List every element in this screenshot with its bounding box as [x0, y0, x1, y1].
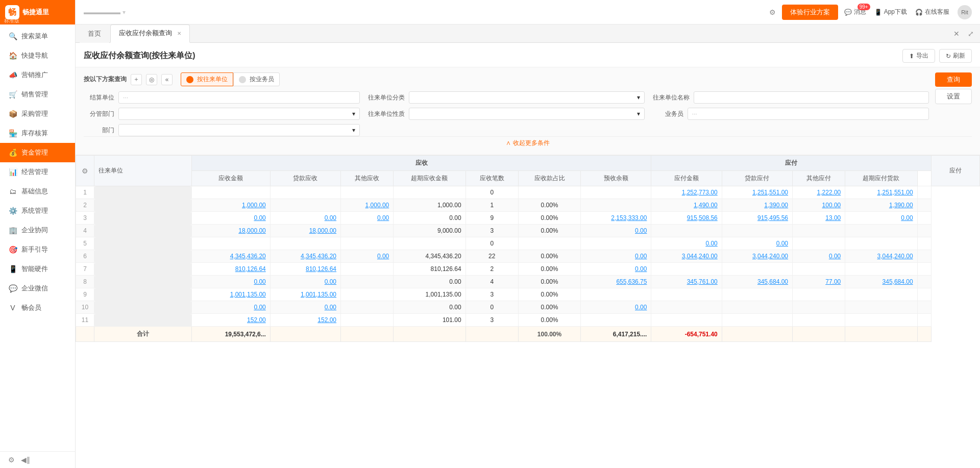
- cell-link[interactable]: 1,251,551.00: [722, 186, 792, 199]
- cell-link[interactable]: 1,000.00: [341, 199, 394, 212]
- cell-link[interactable]: 0.00: [270, 301, 340, 314]
- cell-link[interactable]: 0.00: [191, 212, 270, 225]
- cell-link[interactable]: 4,345,436.20: [191, 250, 270, 263]
- sidebar-item-system[interactable]: ⚙️ 系统管理: [0, 201, 75, 220]
- partner-nature-select[interactable]: ▾: [409, 108, 644, 120]
- gear-icon[interactable]: ⚙: [769, 8, 776, 16]
- cell-link[interactable]: 0.00: [722, 237, 792, 250]
- cell-link[interactable]: 0.00: [581, 225, 651, 237]
- cell-link[interactable]: 345,684.00: [722, 276, 792, 288]
- refresh-button[interactable]: ↻ 刷新: [939, 49, 972, 63]
- cell-link[interactable]: 0.00: [341, 250, 394, 263]
- cell-link[interactable]: 345,684.00: [845, 276, 917, 288]
- sidebar-item-inventory[interactable]: 🏪 库存核算: [0, 124, 75, 143]
- add-scheme-button[interactable]: ＋: [131, 74, 142, 85]
- cell-link[interactable]: 915,508.56: [651, 212, 722, 225]
- cell-link[interactable]: 915,495.56: [722, 212, 792, 225]
- sidebar-item-purchase[interactable]: 📦 采购管理: [0, 104, 75, 124]
- message-button[interactable]: 💬 消息 99+: [844, 8, 866, 16]
- cell-link[interactable]: 100.00: [793, 199, 845, 212]
- cell-empty: [722, 314, 792, 327]
- cell-link[interactable]: 4,345,436.20: [270, 250, 340, 263]
- view-by-partner[interactable]: 按往来单位: [181, 72, 233, 86]
- cell-link[interactable]: 152.00: [191, 314, 270, 327]
- tab-receivables[interactable]: 应收应付余额查询 ✕: [110, 24, 190, 43]
- salesman-input[interactable]: ···: [688, 108, 929, 120]
- export-button[interactable]: ⬆ 导出: [902, 49, 935, 63]
- cell-empty: [793, 301, 845, 314]
- message-badge: 99+: [857, 4, 870, 10]
- settlement-unit-input[interactable]: ···: [118, 91, 360, 104]
- cell-link[interactable]: 0.00: [191, 301, 270, 314]
- sidebar-item-basic[interactable]: 🗂 基础信息: [0, 182, 75, 201]
- sidebar-item-finance[interactable]: 💰 资金管理: [0, 143, 75, 162]
- cell-link[interactable]: 0.00: [581, 250, 651, 263]
- cell-link[interactable]: 0.00: [581, 301, 651, 314]
- cell-link[interactable]: 3,044,240.00: [722, 250, 792, 263]
- cell-link[interactable]: 77.00: [793, 276, 845, 288]
- cell-link[interactable]: 1,251,551.00: [845, 186, 917, 199]
- sidebar-item-sales[interactable]: 🛒 销售管理: [0, 85, 75, 104]
- dept-select[interactable]: ▾: [118, 124, 360, 136]
- query-button[interactable]: 查询: [935, 72, 972, 87]
- collapse-bar[interactable]: ∧ 收起更多条件: [84, 136, 972, 150]
- cell-link[interactable]: 1,252,773.00: [651, 186, 722, 199]
- cell-link[interactable]: 2,153,333.00: [581, 212, 651, 225]
- cell-link[interactable]: 655,636.75: [581, 276, 651, 288]
- col-settings-header[interactable]: ⚙: [76, 156, 94, 186]
- cell-link[interactable]: 152.00: [270, 314, 340, 327]
- cell-link[interactable]: 18,000.00: [191, 225, 270, 237]
- sidebar-item-wechat[interactable]: 💬 企业微信: [0, 279, 75, 298]
- cell-link[interactable]: 1,001,135.00: [191, 288, 270, 301]
- cell-link[interactable]: 1,001,135.00: [270, 288, 340, 301]
- cell-link[interactable]: 3,044,240.00: [651, 250, 722, 263]
- cell-link[interactable]: 810,126.64: [270, 263, 340, 276]
- dept-manager-select[interactable]: ▾: [118, 108, 360, 120]
- tab-close-icon[interactable]: ✕: [177, 31, 181, 36]
- maximize-window-icon[interactable]: ⤢: [966, 29, 976, 39]
- sidebar-item-member[interactable]: V 畅会员: [0, 298, 75, 317]
- cell-value: 9: [465, 212, 518, 225]
- cell-link[interactable]: 1,390.00: [845, 199, 917, 212]
- table-settings-icon[interactable]: ⚙: [82, 167, 88, 175]
- sidebar-item-marketing[interactable]: 📣 营销推广: [0, 65, 75, 85]
- cell-link[interactable]: 1,390.00: [722, 199, 792, 212]
- cell-link[interactable]: 345,761.00: [651, 276, 722, 288]
- online-service-button[interactable]: 🎧 在线客服: [915, 8, 949, 16]
- sidebar-item-operations[interactable]: 📊 经营管理: [0, 162, 75, 182]
- view-by-salesman[interactable]: 按业务员: [233, 72, 280, 86]
- cell-link[interactable]: 0.00: [341, 212, 394, 225]
- partner-category-select[interactable]: ▾: [409, 91, 644, 104]
- more-scheme-button[interactable]: «: [161, 74, 173, 85]
- cell-link[interactable]: 3,044,240.00: [845, 250, 917, 263]
- sidebar-item-guide[interactable]: 🎯 新手引导: [0, 240, 75, 259]
- cell-link[interactable]: 1,490.00: [651, 199, 722, 212]
- cell-link[interactable]: 0.00: [581, 263, 651, 276]
- app-download-button[interactable]: 📱 App下载: [874, 8, 907, 16]
- cell-link[interactable]: 0.00: [191, 276, 270, 288]
- partner-name-input[interactable]: [694, 91, 929, 104]
- sidebar-item-enterprise[interactable]: 🏢 企业协同: [0, 220, 75, 240]
- cell-link[interactable]: 13.00: [793, 212, 845, 225]
- cell-link[interactable]: 0.00: [793, 250, 845, 263]
- tab-home[interactable]: 首页: [80, 24, 109, 43]
- cell-link[interactable]: 1,000.00: [191, 199, 270, 212]
- sidebar-item-hardware[interactable]: 📱 智能硬件: [0, 259, 75, 279]
- settings-footer-icon[interactable]: ⚙: [8, 456, 15, 464]
- sidebar-item-quicknav[interactable]: 🏠 快捷导航: [0, 46, 75, 65]
- sidebar-label-finance: 资金管理: [21, 148, 48, 157]
- solution-button[interactable]: 体验行业方案: [782, 5, 838, 20]
- cell-link[interactable]: 1,222.00: [793, 186, 845, 199]
- collapse-sidebar-icon[interactable]: ◀‖: [21, 456, 30, 464]
- close-window-icon[interactable]: ✕: [951, 29, 962, 39]
- edit-scheme-button[interactable]: ◎: [146, 74, 157, 85]
- sidebar-item-search[interactable]: 🔍 搜索菜单: [0, 27, 75, 46]
- cell-link[interactable]: 0.00: [651, 237, 722, 250]
- cell-link[interactable]: 0.00: [270, 212, 340, 225]
- cell-link[interactable]: 18,000.00: [270, 225, 340, 237]
- user-avatar[interactable]: Rit: [958, 5, 972, 19]
- cell-link[interactable]: 810,126.64: [191, 263, 270, 276]
- cell-link[interactable]: 0.00: [845, 212, 917, 225]
- cell-link[interactable]: 0.00: [270, 276, 340, 288]
- setting-button[interactable]: 设置: [935, 89, 972, 104]
